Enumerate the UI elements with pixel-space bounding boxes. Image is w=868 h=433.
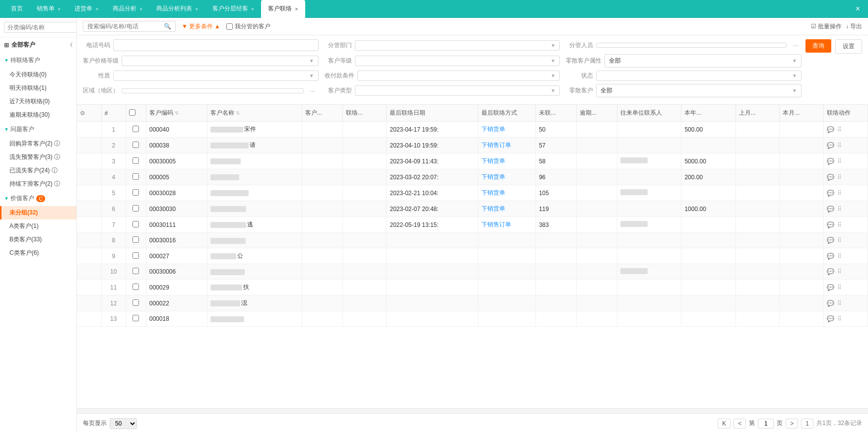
method-cell[interactable] xyxy=(478,248,535,264)
customer-tier-select[interactable]: ▼ xyxy=(355,56,560,66)
row-checkbox[interactable] xyxy=(133,236,139,243)
thisyear-col-header[interactable]: 本年... xyxy=(681,105,735,122)
row-checkbox[interactable] xyxy=(133,221,139,227)
row-checkbox[interactable] xyxy=(133,142,139,148)
row-checkbox[interactable] xyxy=(133,315,139,321)
more-btn[interactable]: ··· xyxy=(790,41,801,49)
reset-button[interactable]: 设置 xyxy=(835,39,862,54)
prev-page-button[interactable]: < xyxy=(734,419,746,429)
row-checkbox[interactable] xyxy=(133,205,139,212)
method-cell[interactable]: 下销售订单 xyxy=(478,217,535,233)
region-select[interactable] xyxy=(122,88,304,93)
contact-col-header[interactable]: 联络... xyxy=(342,105,387,122)
customer-type-select[interactable]: ▼ xyxy=(355,85,560,96)
chat-icon[interactable]: 💬 xyxy=(827,190,834,197)
uncontact-col-header[interactable]: 未联... xyxy=(535,105,576,122)
method-link[interactable]: 下销货单 xyxy=(481,205,505,212)
nature-select[interactable]: ▼ xyxy=(113,71,319,81)
menu-icon[interactable]: ⠿ xyxy=(837,126,842,133)
menu-icon[interactable]: ⠿ xyxy=(837,253,842,260)
sidebar-item-b-tier[interactable]: B类客户(33) xyxy=(0,233,76,246)
sidebar-search-input[interactable] xyxy=(4,22,77,33)
partner-col-header[interactable]: 往来单位联系人 xyxy=(617,105,681,122)
page-number-input[interactable] xyxy=(758,419,774,429)
method-link[interactable]: 下销货单 xyxy=(481,189,505,196)
manager-select[interactable] xyxy=(596,43,787,48)
menu-icon[interactable]: ⠿ xyxy=(837,284,842,291)
method-cell[interactable]: 下销售订单 xyxy=(478,138,535,153)
row-checkbox[interactable] xyxy=(133,268,139,274)
method-link[interactable]: 下销售订单 xyxy=(481,221,511,228)
menu-icon[interactable]: ⠿ xyxy=(837,142,842,149)
check-col-header[interactable] xyxy=(126,105,146,122)
row-checkbox[interactable] xyxy=(133,252,139,259)
dept-select[interactable]: ▼ xyxy=(355,40,560,51)
method-link[interactable]: 下销货单 xyxy=(481,173,505,180)
tab-home[interactable]: 首页 xyxy=(4,0,30,18)
lastmonth-col-header[interactable]: 上月... xyxy=(735,105,780,122)
chat-icon[interactable]: 💬 xyxy=(827,237,834,244)
price-tier-select[interactable]: ▼ xyxy=(122,56,319,66)
sidebar-item-today[interactable]: 今天待联络(0) xyxy=(0,68,76,81)
more-conditions-button[interactable]: ▼ 更多条件 ▲ xyxy=(182,22,220,31)
check-cell[interactable] xyxy=(126,264,146,280)
sidebar-item-unclassified[interactable]: 未分组(32) xyxy=(0,206,76,219)
close-icon[interactable]: × xyxy=(58,6,61,12)
query-button[interactable]: 查询 xyxy=(805,39,831,53)
sidebar-item-tomorrow[interactable]: 明天待联络(1) xyxy=(0,81,76,95)
menu-icon[interactable]: ⠿ xyxy=(837,237,842,244)
settings-col-header[interactable]: ⚙ xyxy=(77,105,101,122)
method-cell[interactable] xyxy=(478,311,535,327)
chat-icon[interactable]: 💬 xyxy=(827,300,834,307)
export-button[interactable]: ↓ 导出 xyxy=(846,22,862,31)
horizontal-scrollbar[interactable] xyxy=(77,408,868,413)
check-cell[interactable] xyxy=(126,138,146,153)
search-icon[interactable]: 🔍 xyxy=(164,23,171,30)
sidebar-group-pending-header[interactable]: ▼ 待联络客户 xyxy=(0,53,76,68)
method-cell[interactable]: 下销货单 xyxy=(478,169,535,185)
menu-icon[interactable]: ⠿ xyxy=(837,315,842,322)
batch-ops-button[interactable]: ☑ 批量操作 xyxy=(811,22,842,31)
chat-icon[interactable]: 💬 xyxy=(827,221,834,228)
row-checkbox[interactable] xyxy=(133,284,139,290)
next-page-button[interactable]: > xyxy=(786,419,798,429)
sidebar-group-problem-header[interactable]: ▼ 问题客户 xyxy=(0,122,76,137)
last-page-button[interactable]: 1 xyxy=(801,419,813,429)
menu-icon[interactable]: ⠿ xyxy=(837,174,842,181)
method-cell[interactable]: 下销货单 xyxy=(478,153,535,169)
close-icon[interactable]: × xyxy=(195,6,198,12)
phone-input[interactable] xyxy=(113,39,319,51)
date-col-header[interactable]: 最后联络日期 xyxy=(387,105,478,122)
chat-icon[interactable]: 💬 xyxy=(827,268,834,275)
check-cell[interactable] xyxy=(126,280,146,295)
check-cell[interactable] xyxy=(126,217,146,233)
chat-icon[interactable]: 💬 xyxy=(827,158,834,165)
first-page-button[interactable]: K xyxy=(718,419,731,429)
tab-sales[interactable]: 销售单 × xyxy=(30,0,67,18)
sidebar-all-customers[interactable]: ⊞ 全部客户 《 xyxy=(0,37,76,53)
check-cell[interactable] xyxy=(126,169,146,185)
sidebar-item-a-tier[interactable]: A类客户(1) xyxy=(0,219,76,233)
tab-customer-tier[interactable]: 客户分层经客 × xyxy=(205,0,261,18)
my-customers-checkbox[interactable] xyxy=(226,23,233,30)
region-more-btn[interactable]: ··· xyxy=(307,87,319,95)
close-icon[interactable]: × xyxy=(251,6,254,12)
method-link[interactable]: 下销货单 xyxy=(481,126,505,133)
retail-customer-select[interactable]: 全部 ▼ xyxy=(596,84,801,97)
method-cell[interactable] xyxy=(478,233,535,248)
check-cell[interactable] xyxy=(126,233,146,248)
row-checkbox[interactable] xyxy=(133,299,139,306)
overdue-col-header[interactable]: 逾期... xyxy=(576,105,617,122)
chat-icon[interactable]: 💬 xyxy=(827,253,834,260)
chat-icon[interactable]: 💬 xyxy=(827,206,834,213)
row-checkbox[interactable] xyxy=(133,189,139,196)
method-cell[interactable] xyxy=(478,264,535,280)
close-all-button[interactable]: × xyxy=(852,4,864,13)
menu-icon[interactable]: ⠿ xyxy=(837,158,842,165)
check-cell[interactable] xyxy=(126,201,146,217)
sidebar-item-lost[interactable]: 已流失客户(24) ⓘ xyxy=(0,164,76,177)
menu-icon[interactable]: ⠿ xyxy=(837,221,842,228)
search-input[interactable] xyxy=(87,23,162,30)
chat-icon[interactable]: 💬 xyxy=(827,174,834,181)
row-checkbox[interactable] xyxy=(133,173,139,180)
